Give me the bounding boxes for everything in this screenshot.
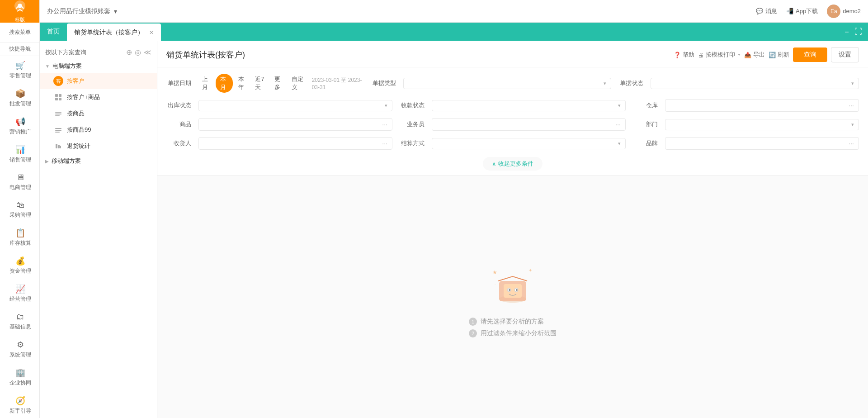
doc-type-filter[interactable]: ▾ [403,78,612,89]
inventory-icon: 📋 [15,228,25,238]
print-dropdown-arrow[interactable] [738,54,741,56]
doc-type-label: 单据类型 [371,79,396,87]
refresh-icon: 🔄 [769,52,776,58]
sidebar-item-marketing[interactable]: 📢 营销推广 [0,112,39,140]
date-tab-last-month[interactable]: 上月 [198,74,214,93]
svg-point-21 [516,289,518,291]
sidebar-item-wholesale[interactable]: 📦 批发管理 [0,84,39,112]
sidebar-item-operations-label: 经营管理 [9,295,31,303]
doc-status-filter[interactable]: ▾ [651,78,859,89]
sidebar-item-enterprise[interactable]: 🏢 企业协同 [0,363,39,391]
sidebar-item-purchase-label: 采购管理 [9,211,31,219]
mobile-group-header[interactable]: ▶ 移动端方案 [40,154,157,168]
scheme-product-99-label: 按商品99 [67,126,91,134]
date-tab-7days[interactable]: 近7天 [251,74,269,93]
sidebar-item-ecommerce[interactable]: 🖥 电商管理 [0,168,39,196]
svg-rect-3 [59,94,61,97]
tab-home[interactable]: 首页 [40,23,67,41]
export-action[interactable]: 📤 导出 [744,51,765,59]
filter-row-3: 商品 ··· 业务员 ··· 部门 ▾ [166,118,859,131]
enterprise-icon: 🏢 [15,368,25,378]
svg-rect-4 [55,98,58,100]
left-panel-actions: ⊕ ◎ ≪ [126,48,151,57]
salesperson-label: 业务员 [400,120,425,128]
sidebar-item-retail-label: 零售管理 [9,72,31,80]
refresh-action[interactable]: 🔄 刷新 [769,51,789,59]
edit-scheme-icon[interactable]: ◎ [135,48,141,57]
sidebar-item-operations[interactable]: 📈 经营管理 [0,280,39,308]
page-title: 销货单统计表(按客户) [166,49,245,60]
topbar-message[interactable]: 💬 消息 [756,7,777,15]
topbar-dropdown-arrow[interactable]: ▾ [114,8,117,15]
date-tab-this-month[interactable]: 本月 [216,74,233,93]
topbar-user[interactable]: Ea demo2 [827,5,861,18]
user-name: demo2 [843,8,861,14]
sidebar-item-basic[interactable]: 🗂 基础信息 [0,308,39,335]
svg-rect-13 [58,145,60,148]
sidebar-item-inventory[interactable]: 📋 库存核算 [0,223,39,252]
out-status-arrow: ▾ [385,103,387,109]
sidebar-item-marketing-label: 营销推广 [9,128,31,136]
query-button[interactable]: 查询 [793,48,827,62]
basic-icon: 🗂 [16,312,24,322]
setting-button[interactable]: 设置 [831,47,859,62]
collapse-panel-icon[interactable]: ≪ [144,48,151,57]
settlement-arrow: ▾ [618,141,621,147]
tab-maximize-icon[interactable]: ⛶ [854,27,863,37]
svg-rect-5 [59,98,61,100]
mobile-scheme-group: ▶ 移动端方案 [40,154,157,168]
svg-rect-11 [55,132,60,133]
date-tab-this-year[interactable]: 本年 [235,74,250,93]
recipient-dots: ··· [382,140,387,147]
settlement-label: 结算方式 [400,139,425,147]
by-product-icon [53,109,63,119]
sidebar-item-retail[interactable]: 🛒 零售管理 [0,56,39,84]
date-tabs: 上月 本月 本年 近7天 更多 自定义 [198,74,307,93]
sidebar-search-section[interactable]: 搜索菜单 [0,23,39,43]
department-filter[interactable]: ▾ [665,119,859,130]
sidebar-item-system[interactable]: ⚙ 系统管理 [0,335,39,363]
scheme-item-by-product[interactable]: 按商品 [40,105,157,122]
system-icon: ⚙ [17,340,24,350]
recipient-filter[interactable]: ··· [198,137,392,150]
sidebar-item-sales[interactable]: 📊 销售管理 [0,140,39,168]
product-filter[interactable]: ··· [198,118,392,131]
tab-sales-stat[interactable]: 销货单统计表（按客户） ✕ [67,24,161,42]
sidebar-item-finance[interactable]: 💰 资金管理 [0,252,39,280]
receipt-status-label: 收款状态 [400,101,425,109]
out-status-filter[interactable]: ▾ [198,100,392,111]
warehouse-filter[interactable]: ··· [665,99,859,112]
product-label: 商品 [166,120,191,128]
sidebar-item-basic-label: 基础信息 [9,323,31,331]
brand-filter[interactable]: ··· [665,137,859,150]
settlement-filter[interactable]: ▾ [432,138,626,149]
sidebar-item-guide[interactable]: 🧭 新手引导 [0,391,39,418]
sidebar-item-purchase[interactable]: 🛍 采购管理 [0,196,39,223]
operations-icon: 📈 [15,284,25,294]
add-scheme-icon[interactable]: ⊕ [126,48,132,57]
date-tab-more[interactable]: 更多 [271,74,286,93]
collapse-arrow-icon: ∧ [492,161,496,167]
search-menu-label[interactable]: 搜索菜单 [9,26,31,38]
tab-minimize-icon[interactable]: － [843,26,851,37]
sidebar-item-finance-label: 资金管理 [9,267,31,275]
sidebar-item-enterprise-label: 企业协同 [9,379,31,387]
shortcut-nav-label[interactable]: 快捷导航 [9,46,31,52]
desktop-group-header[interactable]: ▼ 电脑端方案 [40,59,157,73]
date-tab-custom[interactable]: 自定义 [288,74,307,93]
tab-close-icon[interactable]: ✕ [149,29,154,36]
help-action[interactable]: ❓ 帮助 [674,51,694,59]
out-status-label: 出库状态 [166,101,191,109]
date-range-value: 2023-03-01 至 2023-03-31 [312,76,364,90]
receipt-status-filter[interactable]: ▾ [432,100,626,111]
collapse-button[interactable]: ∧ 收起更多条件 [483,157,542,171]
topbar-app-download[interactable]: 📲 App下载 [786,7,818,15]
scheme-item-by-customer[interactable]: 客 按客户 [40,73,157,89]
scheme-item-return-stat[interactable]: 退货统计 [40,138,157,154]
left-panel-title: 按以下方案查询 [45,48,86,57]
scheme-item-product-99[interactable]: 按商品99 [40,122,157,138]
print-action[interactable]: 🖨 按模板打印 [698,51,741,59]
empty-hints: 1 请先选择要分析的方案 2 用过滤条件来缩小分析范围 [469,318,557,337]
salesperson-filter[interactable]: ··· [432,118,626,131]
scheme-item-customer-product[interactable]: 按客户+商品 [40,89,157,105]
